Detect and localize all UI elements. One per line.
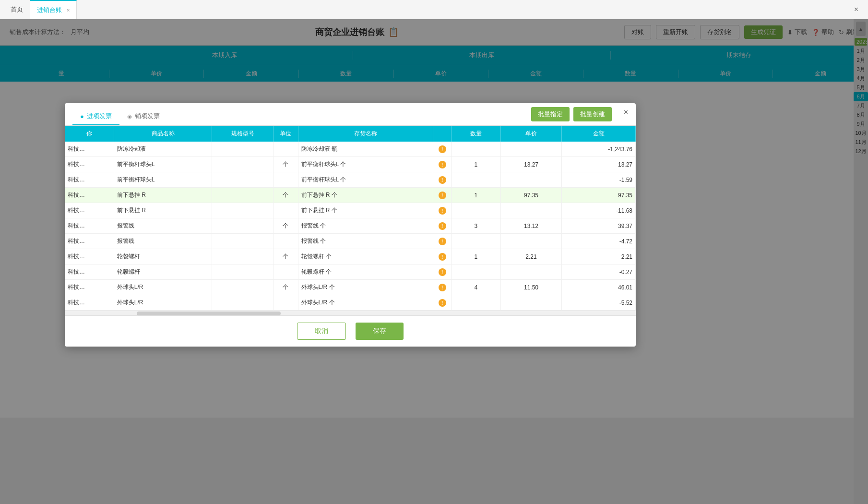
table-row: 科技… 外球头L/R 外球头L/R 个 ! -5.52 [65,295,636,311]
cell-qty: 1 [452,249,500,264]
cell-qty [452,264,500,280]
cell-qty: 1 [452,188,500,203]
warn-icon: ! [439,161,446,168]
table-row: 科技… 轮毂螺杆 轮毂螺杆 个 ! -0.27 [65,264,636,280]
table-row: 科技… 轮毂螺杆 个 轮毂螺杆 个 ! 1 2.21 2.21 [65,249,636,264]
cell-amount: -4.72 [562,234,636,249]
warn-icon: ! [439,268,446,276]
cell-warn: ! [433,264,451,280]
cell-inventory: 外球头L/R 个 [298,280,433,295]
cell-spec [212,142,273,157]
cell-company: 科技… [65,218,114,234]
warn-icon: ! [439,207,446,215]
batch-create-button[interactable]: 批量创建 [573,107,612,121]
batch-assign-button[interactable]: 批量指定 [531,107,570,121]
cell-amount: -1,243.76 [562,142,636,157]
modal-scrollbar-thumb[interactable] [137,312,281,315]
tab-xiaoxiang[interactable]: ◈ 销项发票 [119,108,167,125]
modal-close-button[interactable]: × [624,108,628,117]
cell-warn: ! [433,249,451,264]
cell-inventory: 前下悬挂 R 个 [298,188,433,203]
cell-amount: 13.27 [562,157,636,172]
cell-price: 13.12 [500,218,562,234]
cell-qty [452,295,500,311]
modal-actions: 批量指定 批量创建 [531,107,612,121]
cell-price: 2.21 [500,249,562,264]
table-row: 科技… 前下悬挂 R 个 前下悬挂 R 个 ! 1 97.35 97.35 [65,188,636,203]
col-amount: 金额 [562,126,636,142]
cell-amount: 97.35 [562,188,636,203]
cell-qty [452,234,500,249]
window-close-button[interactable]: × [848,5,864,14]
cell-amount: 39.37 [562,218,636,234]
cell-warn: ! [433,203,451,218]
cell-inventory: 报警线 个 [298,218,433,234]
cell-inventory: 报警线 个 [298,234,433,249]
tab-close-icon[interactable]: × [67,0,70,20]
cell-product: 外球头L/R [114,280,212,295]
table-row: 科技… 外球头L/R 个 外球头L/R 个 ! 4 11.50 46.01 [65,280,636,295]
xiaoxiang-icon: ◈ [127,113,132,120]
cell-unit: 个 [273,218,298,234]
cell-qty [452,203,500,218]
col-qty: 数量 [452,126,500,142]
cell-price [500,295,562,311]
cell-product: 报警线 [114,218,212,234]
tab-jinxiao-label: 进销台账 [37,0,62,20]
table-header-row: 你 商品名称 规格型号 单位 存货名称 数量 单价 金额 [65,126,636,142]
table-row: 科技… 前平衡杆球头L 前平衡杆球头L 个 ! -1.59 [65,172,636,188]
table-row: 科技… 防冻冷却液 防冻冷却液 瓶 ! -1,243.76 [65,142,636,157]
cell-qty: 3 [452,218,500,234]
cell-product: 轮毂螺杆 [114,249,212,264]
cell-amount: -11.68 [562,203,636,218]
cell-product: 外球头L/R [114,295,212,311]
cell-price: 11.50 [500,280,562,295]
tab-home[interactable]: 首页 [4,0,30,19]
col-warn [433,126,451,142]
tab-jinxiao[interactable]: 进销台账 × [30,0,77,19]
save-button[interactable]: 保存 [356,323,404,340]
cell-company: 科技… [65,264,114,280]
xiaoxiang-label: 销项发票 [135,112,160,120]
cell-unit [273,203,298,218]
cell-inventory: 前平衡杆球头L 个 [298,172,433,188]
cell-company: 科技… [65,188,114,203]
cell-product: 轮毂螺杆 [114,264,212,280]
cell-warn: ! [433,280,451,295]
modal-scrollbar[interactable] [65,311,636,315]
cell-spec [212,264,273,280]
warn-icon: ! [439,284,446,291]
cell-warn: ! [433,157,451,172]
cell-amount: 2.21 [562,249,636,264]
warn-icon: ! [439,145,446,153]
cell-unit [273,295,298,311]
cell-spec [212,249,273,264]
cell-company: 科技… [65,280,114,295]
modal-dialog: ● 进项发票 ◈ 销项发票 批量指定 批量创建 × 你 商品名称 规格型号 [65,103,636,347]
cell-warn: ! [433,295,451,311]
cell-warn: ! [433,234,451,249]
cell-company: 科技… [65,234,114,249]
warn-icon: ! [439,222,446,230]
cell-company: 科技… [65,172,114,188]
cell-product: 前平衡杆球头L [114,157,212,172]
cell-unit: 个 [273,188,298,203]
cell-inventory: 轮毂螺杆 个 [298,264,433,280]
cell-price [500,234,562,249]
cell-company: 科技… [65,249,114,264]
col-unit: 单位 [273,126,298,142]
cell-amount: -0.27 [562,264,636,280]
cell-unit: 个 [273,249,298,264]
top-bar: 首页 进销台账 × × [0,0,868,19]
cell-amount: 46.01 [562,280,636,295]
warn-icon: ! [439,299,446,307]
cell-price: 97.35 [500,188,562,203]
cell-company: 科技… [65,157,114,172]
cell-spec [212,203,273,218]
col-product: 商品名称 [114,126,212,142]
cell-spec [212,172,273,188]
tab-jinxiang[interactable]: ● 进项发票 [72,108,119,125]
warn-icon: ! [439,192,446,199]
cell-company: 科技… [65,142,114,157]
cancel-button[interactable]: 取消 [297,323,346,340]
